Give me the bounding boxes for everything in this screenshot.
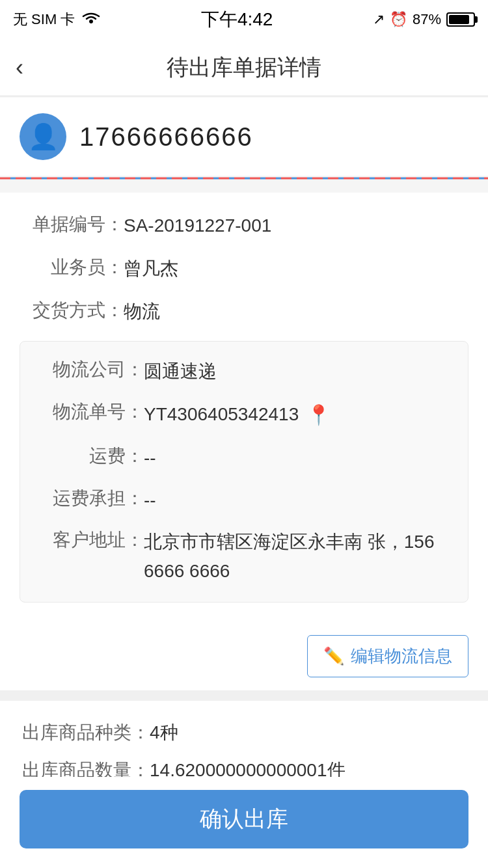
goods-types-value: 4种 (150, 720, 468, 745)
logistics-company-row: 物流公司： 圆通速递 (40, 357, 448, 387)
address-value: 北京市市辖区海淀区永丰南 张，156 6666 6666 (144, 528, 448, 586)
section-divider (0, 690, 488, 701)
order-number-value: SA-20191227-001 (124, 212, 468, 239)
logistics-company-value: 圆通速递 (144, 357, 448, 387)
battery-icon (446, 12, 475, 27)
back-button[interactable]: ‹ (16, 54, 23, 81)
customer-phone: 17666666666 (79, 122, 253, 152)
battery-text: 87% (413, 11, 441, 28)
freight-label: 运费： (40, 444, 144, 468)
person-icon: 👤 (28, 122, 59, 151)
logistics-tracking-value: YT43064053424​13 📍 (144, 400, 448, 431)
address-row: 客户地址： 北京市市辖区海淀区永丰南 张，156 6666 6666 (40, 528, 448, 586)
logistics-card: 物流公司： 圆通速递 物流单号： YT43064053424​13 📍 运费： … (20, 341, 468, 603)
freight-bear-row: 运费承担： -- (40, 486, 448, 515)
location-status-icon: ↗ (373, 11, 385, 28)
freight-bear-label: 运费承担： (40, 486, 144, 511)
delivery-method-value: 物流 (124, 298, 468, 325)
status-right: ↗ ⏰ 87% (373, 11, 475, 28)
status-time: 下午4:42 (201, 7, 273, 32)
nav-bar: ‹ 待出库单据详情 (0, 39, 488, 96)
order-info-section: 单据编号： SA-20191227-001 业务员： 曾凡杰 交货方式： 物流 … (0, 193, 488, 622)
customer-header: 👤 17666666666 (0, 98, 488, 176)
page-title: 待出库单据详情 (167, 53, 321, 83)
wifi-icon (81, 10, 101, 29)
sales-person-row: 业务员： 曾凡杰 (20, 255, 468, 282)
dashed-divider (0, 176, 488, 181)
location-icon[interactable]: 📍 (306, 400, 331, 431)
logistics-tracking-row: 物流单号： YT43064053424​13 📍 (40, 400, 448, 431)
order-number-label: 单据编号： (20, 212, 124, 237)
confirm-outbound-button[interactable]: 确认出库 (20, 790, 468, 848)
carrier-text: 无 SIM 卡 (13, 10, 75, 29)
sales-person-value: 曾凡杰 (124, 255, 468, 282)
avatar: 👤 (20, 113, 66, 160)
freight-row: 运费： -- (40, 444, 448, 473)
edit-logistics-label: 编辑物流信息 (351, 645, 452, 668)
logistics-company-label: 物流公司： (40, 357, 144, 382)
goods-types-row: 出库商品种类： 4种 (20, 720, 468, 745)
clock-icon: ⏰ (390, 11, 407, 28)
delivery-method-label: 交货方式： (20, 298, 124, 323)
address-label: 客户地址： (40, 528, 144, 552)
status-bar: 无 SIM 卡 下午4:42 ↗ ⏰ 87% (0, 0, 488, 39)
edit-logistics-container: ✏️ 编辑物流信息 (0, 622, 488, 690)
edit-icon: ✏️ (323, 646, 344, 666)
confirm-btn-label: 确认出库 (200, 804, 288, 834)
confirm-btn-area: 确认出库 (0, 777, 488, 868)
delivery-method-row: 交货方式： 物流 (20, 298, 468, 325)
goods-types-label: 出库商品种类： (20, 720, 150, 745)
freight-value: -- (144, 444, 448, 473)
sales-person-label: 业务员： (20, 255, 124, 280)
status-left: 无 SIM 卡 (13, 10, 101, 29)
order-number-row: 单据编号： SA-20191227-001 (20, 212, 468, 239)
edit-logistics-button[interactable]: ✏️ 编辑物流信息 (307, 635, 468, 677)
logistics-tracking-label: 物流单号： (40, 400, 144, 424)
freight-bear-value: -- (144, 486, 448, 515)
